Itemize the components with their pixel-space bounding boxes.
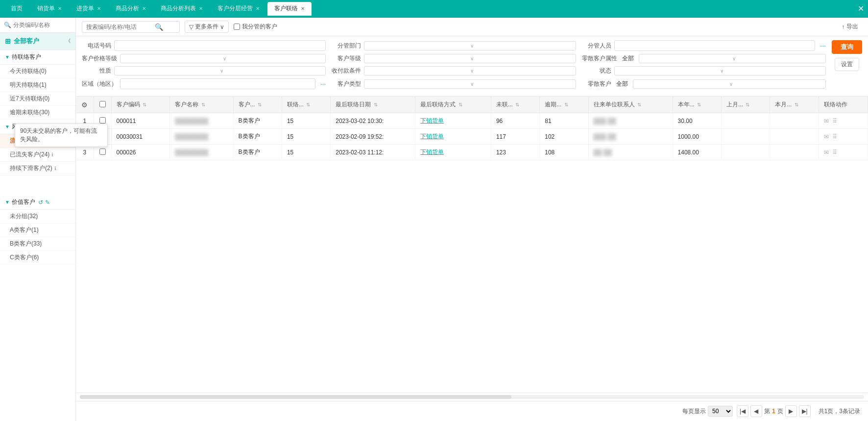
tab-sales[interactable]: 销货单 ✕ (30, 2, 69, 16)
price-level-select[interactable]: ∨ (120, 54, 326, 63)
scroll-track[interactable] (80, 395, 864, 399)
gear-icon[interactable]: ⚙ (81, 101, 88, 109)
scroll-thumb[interactable] (80, 395, 511, 399)
first-page-button[interactable]: |◀ (737, 405, 748, 417)
refresh-icon[interactable]: ↺ (38, 199, 43, 206)
row-last-date-2: 2023-02-09 19:52: (331, 129, 415, 145)
th-type[interactable]: 客户... ⇅ (233, 97, 282, 113)
sort-type-icon: ⇅ (258, 102, 262, 107)
sidebar-item-declining[interactable]: 持续下滑客户(2) ℹ (0, 162, 75, 175)
dept-select[interactable]: ∨ (364, 41, 576, 50)
action-contact-icon-2[interactable]: ✉ (824, 133, 829, 140)
filter-field-retail-customer: 零散客户 全部 ∨ (582, 79, 826, 89)
sidebar-group-pending[interactable]: ▼ 待联络客户 (0, 50, 75, 65)
customer-level-select[interactable]: ∨ (364, 54, 576, 63)
th-code[interactable]: 客户编码 ⇅ (111, 97, 170, 113)
payment-select[interactable]: ∨ (364, 66, 576, 75)
retail-customer-select[interactable]: ∨ (633, 79, 826, 89)
filter-search-input[interactable] (86, 24, 155, 30)
filter-field-retail-attr: 零散客户属性 全部 ∨ (582, 54, 826, 63)
th-last-month[interactable]: 上月... ⇅ (721, 97, 770, 113)
row-1-checkbox[interactable] (99, 117, 106, 124)
phone-input[interactable] (114, 40, 326, 51)
setting-button[interactable]: 设置 (835, 58, 859, 71)
filter-row-1: 电话号码 分管部门 ∨ 分管人员 (82, 40, 826, 51)
gender-select[interactable]: ∨ (114, 66, 326, 75)
sidebar-search-input[interactable] (13, 22, 76, 28)
th-last-date[interactable]: 最后联络日期 ⇅ (331, 97, 415, 113)
sidebar-item-7days[interactable]: 近7天待联络(0) (0, 92, 75, 106)
sidebar-item-churned[interactable]: 已流失客户(24) ℹ (0, 148, 75, 162)
sidebar-item-overdue[interactable]: 逾期未联络(30) (0, 106, 75, 120)
th-gear[interactable]: ⚙ (76, 97, 94, 113)
more-conditions-button[interactable]: ▽ 更多条件 ∨ (185, 21, 229, 33)
row-last-date-3: 2023-02-03 11:12: (331, 145, 415, 160)
sidebar-item-tomorrow[interactable]: 明天待联络(1) (0, 78, 75, 92)
region-more-button[interactable]: ··· (320, 80, 326, 88)
sidebar-item-c-class[interactable]: C类客户(6) (0, 251, 75, 265)
th-contact-person[interactable]: 往来单位联系人 ⇅ (588, 97, 673, 113)
th-no-contact[interactable]: 未联... ⇅ (491, 97, 539, 113)
sidebar-item-ungrouped[interactable]: 未分组(32) (0, 210, 75, 223)
filter-search-box: 🔍 (82, 21, 180, 33)
status-select[interactable]: ∨ (614, 66, 826, 75)
th-this-month[interactable]: 本月... ⇅ (770, 97, 819, 113)
th-contact-count[interactable]: 联络... ⇅ (282, 97, 330, 113)
last-method-link-2[interactable]: 下销货单 (420, 133, 444, 140)
action-more-icon-3[interactable]: ⠿ (833, 149, 837, 156)
th-this-year[interactable]: 本年... ⇅ (673, 97, 721, 113)
tab-close-product-analysis-list[interactable]: ✕ (199, 6, 203, 11)
tab-close-sales[interactable]: ✕ (58, 6, 62, 11)
next-page-button[interactable]: ▶ (785, 405, 797, 417)
last-page-button[interactable]: ▶| (799, 405, 811, 417)
query-button[interactable]: 查询 (832, 40, 862, 54)
per-page-select[interactable]: 50 100 200 (708, 406, 733, 417)
edit-icon[interactable]: ✎ (45, 199, 50, 206)
my-customers-checkbox[interactable] (234, 24, 240, 30)
prev-page-button[interactable]: ◀ (750, 405, 762, 417)
action-more-icon-2[interactable]: ⠿ (833, 133, 837, 140)
last-method-link-1[interactable]: 下销货单 (420, 117, 444, 124)
row-code-2: 00030031 (111, 129, 170, 145)
tab-close-purchase[interactable]: ✕ (97, 6, 101, 11)
tab-close-customer-segmentation[interactable]: ✕ (256, 6, 260, 11)
my-customers-checkbox-label: 我分管的客户 (234, 23, 277, 31)
filter-search-button[interactable]: 🔍 (155, 23, 163, 31)
sort-name-icon: ⇅ (201, 102, 205, 107)
action-contact-icon-1[interactable]: ✉ (824, 118, 829, 124)
tab-close-product-analysis[interactable]: ✕ (142, 6, 146, 11)
sidebar-collapse-icon[interactable]: 《 (66, 38, 71, 45)
sidebar-all-customers[interactable]: ⊞ 全部客户 《 (0, 33, 75, 50)
filter-icon: ▽ (189, 24, 193, 30)
filter-field-gender: 性质 ∨ (82, 66, 326, 75)
tab-customer-segmentation[interactable]: 客户分层经营 ✕ (211, 2, 266, 16)
export-button[interactable]: ↑ 导出 (838, 21, 862, 32)
sidebar-item-a-class[interactable]: A类客户(1) (0, 223, 75, 237)
tab-product-analysis[interactable]: 商品分析 ✕ (109, 2, 153, 16)
th-last-method[interactable]: 最后联络方式 ⇅ (415, 97, 491, 113)
tab-home[interactable]: 首页 (4, 2, 29, 16)
horizontal-scroll-bar[interactable] (76, 393, 868, 401)
person-input[interactable] (614, 40, 816, 51)
select-all-checkbox[interactable] (99, 101, 106, 107)
tab-close-customer-contact[interactable]: ✕ (301, 6, 305, 11)
tab-purchase[interactable]: 进货单 ✕ (70, 2, 108, 16)
action-more-icon-1[interactable]: ⠿ (833, 118, 837, 124)
close-window-button[interactable]: ✕ (858, 4, 864, 13)
person-more-button[interactable]: ··· (820, 42, 826, 50)
sidebar-item-today[interactable]: 今天待联络(0) (0, 65, 75, 78)
sort-person-icon: ⇅ (637, 102, 641, 107)
region-input[interactable] (120, 78, 315, 89)
sidebar-item-b-class[interactable]: B类客户(33) (0, 237, 75, 251)
th-name[interactable]: 客户名称 ⇅ (170, 97, 233, 113)
tab-product-analysis-list[interactable]: 商品分析列表 ✕ (154, 2, 210, 16)
sidebar-group-value[interactable]: ▼ 价值客户 ↺ ✎ (0, 195, 75, 210)
retail-attr-select[interactable]: ∨ (639, 54, 826, 63)
customer-type-select[interactable]: ∨ (364, 79, 576, 89)
sidebar-search-icon: 🔍 (4, 22, 11, 28)
row-3-checkbox[interactable] (99, 149, 106, 155)
last-method-link-3[interactable]: 下销货单 (420, 149, 444, 155)
th-overdue[interactable]: 逾期... ⇅ (540, 97, 588, 113)
tab-customer-contact[interactable]: 客户联络 ✕ (267, 2, 312, 16)
action-contact-icon-3[interactable]: ✉ (824, 149, 829, 156)
